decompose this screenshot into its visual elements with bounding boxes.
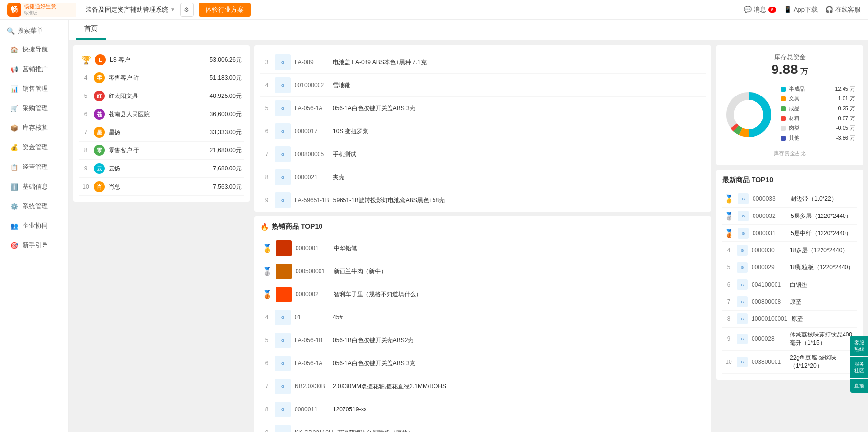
- sidebar-item-quick-nav[interactable]: 🏠 快捷导航: [3, 40, 65, 59]
- live-button[interactable]: 直播: [850, 379, 868, 393]
- inventory-unit: 万: [800, 67, 808, 75]
- new-product-name: 18多层（1220*2440）: [790, 246, 855, 255]
- product-img: G: [275, 100, 291, 116]
- legend-item: 其他 -3.86 万: [781, 134, 855, 142]
- new-product-name: 22g鱼豆腐·烧烤味（1*12*20）: [790, 354, 855, 370]
- hot-product-row: 7 G NB2.0X30B 2.0X30MM双搓花轴,搓花直径2.1MM/ROH…: [260, 375, 706, 398]
- fire-icon: 🔥: [260, 223, 269, 231]
- rank-amount: 40,925.00元: [210, 92, 242, 100]
- sidebar-label-5: 资金管理: [23, 143, 48, 152]
- new-product-img: G: [737, 313, 748, 324]
- top-sold-table: 3 G LA-089 电池盖 LA-089 ABS本色+黑种 7.1克 4 G …: [260, 51, 706, 212]
- sidebar-item-guide[interactable]: 🎯 新手引导: [3, 236, 65, 255]
- team-icon: 👥: [10, 221, 19, 230]
- new-product-name: 原垄: [790, 298, 855, 306]
- new-product-row: 5 G 0000029 18颗粒板（1220*2440）: [722, 259, 857, 276]
- sidebar-item-collab[interactable]: 👥 企业协同: [3, 216, 65, 235]
- product-img: G: [275, 77, 291, 93]
- legend-value: 1.01 万: [838, 95, 855, 102]
- legend-dot: [781, 106, 786, 111]
- sidebar-item-purchase[interactable]: 🛒 采购管理: [3, 99, 65, 118]
- sidebar-item-marketing[interactable]: 📢 营销推广: [3, 60, 65, 78]
- sales-rank-table: 🏆 L LS 客户 53,006.26元 4 零 零售客户·许 51,183.0…: [79, 51, 244, 196]
- header-center: 装备及固定资产辅助管理系统 ▼ ⚙ 体验行业方案: [76, 3, 744, 17]
- legend-item: 半成品 12.45 万: [781, 85, 855, 93]
- legend-dot: [781, 136, 786, 141]
- chart-icon: 📊: [10, 84, 19, 93]
- sidebar-label-8: 系统管理: [23, 202, 48, 211]
- product-name: 12070519-xs: [333, 406, 704, 413]
- customer-service-button[interactable]: 客服热线: [850, 336, 868, 356]
- header-right: 💬 消息 6 📱 App下载 🎧 在线客服: [744, 5, 861, 14]
- sidebar-item-sales[interactable]: 📊 销售管理: [3, 79, 65, 98]
- online-service-button[interactable]: 🎧 在线客服: [825, 5, 861, 14]
- legend-name: 成品: [789, 105, 835, 112]
- legend-dot: [781, 116, 786, 121]
- content-area: 首页 🏆 L LS 客户 53,006.26元 4 零 零售客户·许 51,18…: [69, 20, 868, 432]
- product-code: 0000021: [295, 174, 329, 181]
- new-product-img: G: [737, 279, 748, 290]
- tab-home[interactable]: 首页: [76, 20, 106, 40]
- legend-item: 文具 1.01 万: [781, 95, 855, 102]
- rank-name: 星扬: [109, 128, 206, 137]
- service-community-button[interactable]: 服务社区: [850, 357, 868, 378]
- rank-amount: 33,333.00元: [210, 128, 242, 137]
- sidebar-item-operations[interactable]: 📋 经营管理: [3, 158, 65, 176]
- new-product-row: 🥇 G 0000033 封边带（1.0*22）: [722, 191, 857, 208]
- legend-name: 其他: [789, 134, 833, 142]
- right-column: 库存总资金 9.88 万: [716, 45, 863, 427]
- sidebar-item-finance[interactable]: 💰 资金管理: [3, 138, 65, 157]
- rank-amount: 7,563.00元: [213, 183, 242, 191]
- rank-badge: 零: [94, 72, 105, 83]
- sidebar-item-base-info[interactable]: ℹ️ 基础信息: [3, 177, 65, 196]
- new-product-img: G: [737, 262, 748, 273]
- message-button[interactable]: 💬 消息 6: [744, 5, 776, 14]
- top-sold-card: 3 G LA-089 电池盖 LA-089 ABS本色+黑种 7.1克 4 G …: [254, 45, 711, 212]
- product-code: 0000011: [295, 406, 329, 413]
- try-button[interactable]: 体验行业方案: [199, 3, 251, 17]
- inventory-card: 库存总资金 9.88 万: [716, 45, 863, 165]
- sidebar-label-9: 企业协同: [23, 221, 48, 230]
- hot-products-table: 🥇 0000001 中华铅笔 🥈 000500001 新西兰牛肉（新牛） 🥉 0…: [260, 237, 706, 432]
- product-name: 手机测试: [333, 150, 704, 159]
- sales-rank-row: 4 零 零售客户·许 51,183.00元: [79, 69, 244, 87]
- product-name: 雪地靴: [333, 81, 704, 90]
- legend-item: 材料 0.07 万: [781, 115, 855, 122]
- new-product-name: 18颗粒板（1220*2440）: [790, 264, 855, 272]
- megaphone-icon: 📢: [10, 65, 19, 73]
- legend-value: 0.07 万: [838, 115, 855, 122]
- message-icon: 💬: [744, 6, 752, 13]
- product-code: 001000002: [295, 82, 329, 89]
- gear-icon: ⚙️: [10, 202, 19, 211]
- rank-badge: 云: [94, 163, 105, 174]
- sidebar-label-6: 经营管理: [23, 163, 48, 171]
- rank-amount: 7,680.00元: [213, 165, 242, 173]
- sidebar-label-1: 营销推广: [23, 65, 48, 73]
- chevron-down-icon: ▼: [170, 7, 175, 12]
- hot-product-row: 5 G LA-056-1B 056-1B白色按键开关壳ABS2壳: [260, 329, 706, 352]
- search-icon: 🔍: [7, 27, 15, 35]
- hot-products-card: 🔥 热销商品 TOP10 🥇 0000001 中华铅笔 🥈 000500001 …: [254, 216, 711, 432]
- settings-icon[interactable]: ⚙: [180, 3, 194, 17]
- main-layout: 🔍 搜索菜单 🏠 快捷导航 📢 营销推广 📊 销售管理 🛒 采购管理 📦 库存核…: [0, 20, 868, 432]
- sidebar-item-inventory[interactable]: 📦 库存核算: [3, 119, 65, 137]
- brand-logo: 畅: [7, 3, 21, 17]
- content-tabs: 首页: [69, 20, 868, 40]
- app-download-button[interactable]: 📱 App下载: [784, 5, 818, 14]
- legend-item: 成品 0.25 万: [781, 105, 855, 112]
- product-img: G: [275, 310, 291, 325]
- sidebar-item-system[interactable]: ⚙️ 系统管理: [3, 197, 65, 216]
- system-name: 装备及固定资产辅助管理系统: [86, 5, 168, 14]
- new-product-row: 6 G 004100001 白钢垫: [722, 276, 857, 293]
- message-badge: 6: [768, 7, 776, 13]
- phone-icon: 📱: [784, 6, 792, 13]
- guide-icon: 🎯: [10, 241, 19, 250]
- product-img: G: [275, 146, 291, 162]
- new-product-img: G: [738, 228, 749, 239]
- system-selector[interactable]: 装备及固定资产辅助管理系统 ▼: [86, 5, 175, 14]
- legend-value: 0.25 万: [838, 105, 855, 112]
- product-name: 电池盖 LA-089 ABS本色+黑种 7.1克: [333, 58, 704, 67]
- rank-name: 红太阳文具: [109, 92, 206, 100]
- search-menu[interactable]: 🔍 搜索菜单: [0, 23, 68, 39]
- mid-column: 3 G LA-089 电池盖 LA-089 ABS本色+黑种 7.1克 4 G …: [254, 45, 711, 427]
